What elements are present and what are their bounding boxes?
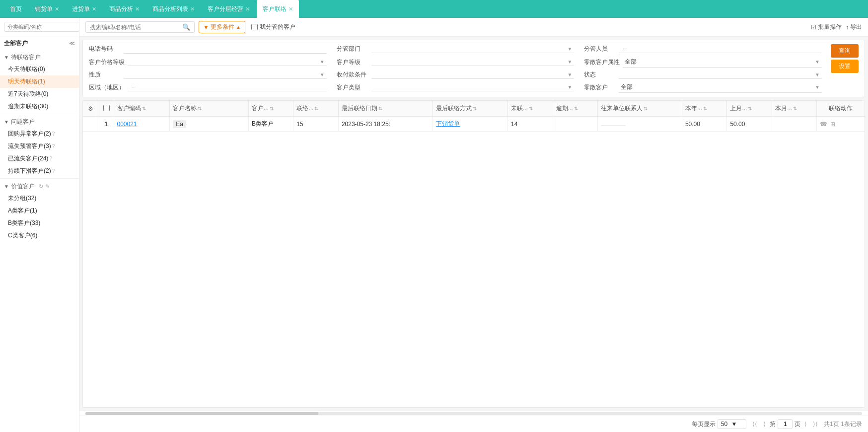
filter-price-level-select[interactable]: ▼: [128, 58, 327, 66]
th-contact-person[interactable]: 往来单位联系人⇅: [598, 101, 682, 117]
nav-product-list[interactable]: 商品分析列表 ✕: [146, 0, 201, 18]
sidebar-today-contact[interactable]: 今天待联络(0): [0, 63, 79, 75]
th-name[interactable]: 客户名称⇅: [170, 101, 249, 117]
sidebar-7day-contact[interactable]: 近7天待联络(0): [0, 88, 79, 100]
page-size-select[interactable]: 50 ▼: [718, 419, 747, 429]
my-customer-checkbox-area[interactable]: 我分管的客户: [251, 23, 295, 31]
page-first-btn[interactable]: ⟨⟨: [750, 420, 759, 429]
nav-close-sales[interactable]: ✕: [55, 6, 59, 12]
customer-table: ⚙ 客户编码⇅ 客户名称⇅ 客户...⇅: [83, 101, 865, 132]
filter-scatter-attr-select[interactable]: 全部 ▼: [623, 57, 822, 68]
nav-customer-tier[interactable]: 客户分层经营 ✕: [202, 0, 256, 18]
sidebar-abnormal-repurchase[interactable]: 回购异常客户(2) ?: [0, 128, 79, 140]
main-search-icon[interactable]: 🔍: [182, 23, 190, 31]
row-contact-icon[interactable]: ☎: [820, 121, 827, 128]
filter-payment-select[interactable]: ▼: [371, 71, 575, 79]
nav-close-product-analysis[interactable]: ✕: [135, 6, 140, 12]
page-input[interactable]: [778, 419, 793, 429]
th-code[interactable]: 客户编码⇅: [114, 101, 170, 117]
th-last-month[interactable]: 上月...⇅: [727, 101, 772, 117]
th-this-month[interactable]: 本月...⇅: [772, 101, 816, 117]
nav-close-product-list[interactable]: ✕: [190, 6, 195, 12]
td-gear: [83, 117, 99, 132]
th-contact-count[interactable]: 联络...⇅: [293, 101, 338, 117]
help-icon-2[interactable]: ?: [49, 156, 52, 161]
filter-customer-level-select[interactable]: ▼: [371, 58, 575, 66]
td-row-actions: ☎ ⊞: [817, 117, 865, 132]
main-search-input[interactable]: [90, 24, 182, 31]
nav-home[interactable]: 首页: [4, 0, 28, 18]
edit-icon[interactable]: ✎: [45, 183, 50, 190]
scroll-thumb[interactable]: [85, 412, 318, 415]
th-overdue[interactable]: 逾期...⇅: [553, 101, 597, 117]
filter-manager-select[interactable]: ···: [619, 45, 822, 53]
nav-customer-contact[interactable]: 客户联络 ✕: [257, 0, 299, 18]
td-last-contact-date: 2023-05-23 18:25:: [338, 117, 433, 132]
batch-btn[interactable]: ☑ 批量操作: [811, 23, 842, 31]
pending-contact-group[interactable]: ▼ 待联络客户: [0, 51, 79, 63]
help-icon-3[interactable]: ?: [52, 168, 55, 174]
filter-region-select[interactable]: ···: [128, 83, 327, 91]
nav-purchase[interactable]: 进货单 ✕: [66, 0, 102, 18]
th-last-contact-method[interactable]: 最后联络方式⇅: [433, 101, 508, 117]
nature-arrow-icon: ▼: [320, 72, 325, 77]
sidebar-ungrouped[interactable]: 未分组(32): [0, 192, 79, 205]
sidebar-declining-customers[interactable]: 持续下滑客户(2) ?: [0, 165, 79, 177]
filter-phone-input[interactable]: [124, 44, 327, 54]
export-icon: ↑: [846, 24, 849, 31]
nav-close-purchase[interactable]: ✕: [92, 6, 96, 12]
page-next-btn[interactable]: ⟩: [802, 420, 809, 429]
nav-close-customer-contact[interactable]: ✕: [289, 6, 293, 12]
filter-manager-label: 分管人员: [584, 45, 619, 53]
filter-status-select[interactable]: ▼: [619, 71, 822, 79]
more-filters-btn[interactable]: ▼ 更多条件 ▲: [199, 21, 245, 33]
sidebar-tomorrow-contact[interactable]: 明天待联络(1): [0, 75, 79, 88]
filter-customer-type: 客户类型 ▼: [337, 83, 575, 92]
nav-product-analysis[interactable]: 商品分析 ✕: [103, 0, 145, 18]
th-type[interactable]: 客户...⇅: [248, 101, 293, 117]
sidebar-churn-warning[interactable]: 流失预警客户(3) ?: [0, 140, 79, 152]
export-btn[interactable]: ↑ 导出: [846, 23, 862, 31]
my-customer-label: 我分管的客户: [260, 23, 295, 31]
select-all-checkbox[interactable]: [103, 105, 110, 111]
filter-actions: 查询 设置: [831, 44, 859, 73]
sidebar-a-class[interactable]: A类客户(1): [0, 205, 79, 217]
filter-panel: 电话号码 分管部门 ▼ 分管人员: [82, 40, 865, 97]
sidebar-c-class[interactable]: C类客户(6): [0, 229, 79, 242]
nav-close-customer-tier[interactable]: ✕: [245, 6, 250, 12]
query-button[interactable]: 查询: [831, 44, 859, 58]
filter-scatter-select[interactable]: 全部 ▼: [619, 82, 822, 93]
td-type: B类客户: [248, 117, 293, 132]
table-row: 1 000021 Ea B类客户 15: [83, 117, 865, 132]
filter-customer-type-select[interactable]: ▼: [371, 83, 575, 91]
th-this-year[interactable]: 本年...⇅: [682, 101, 726, 117]
sort-icon-contact-person: ⇅: [644, 106, 648, 111]
sidebar-overdue-contact[interactable]: 逾期未联络(30): [0, 100, 79, 113]
all-customers-header[interactable]: 全部客户 ≪: [0, 36, 79, 51]
td-overdue: [553, 117, 597, 132]
toolbar-right: ☑ 批量操作 ↑ 导出: [811, 23, 862, 31]
filter-nature-select[interactable]: ▼: [124, 71, 327, 79]
help-icon-0[interactable]: ?: [52, 131, 55, 137]
row-more-icon[interactable]: ⊞: [830, 121, 835, 128]
page-prev-btn[interactable]: ⟨: [761, 420, 768, 429]
filter-dept: 分管部门 ▼: [337, 45, 575, 53]
gear-icon[interactable]: ⚙: [88, 105, 93, 112]
problem-customers-group[interactable]: ▼ 问题客户: [0, 115, 79, 128]
filter-dept-select[interactable]: ▼: [371, 45, 575, 53]
sidebar-search-input[interactable]: [4, 22, 79, 32]
my-customer-checkbox[interactable]: [251, 24, 258, 30]
help-icon-1[interactable]: ?: [52, 144, 55, 149]
th-last-contact-date[interactable]: 最后联络日期⇅: [338, 101, 433, 117]
reset-button[interactable]: 设置: [831, 60, 859, 73]
sidebar-lost-customers[interactable]: 已流失客户(24) ?: [0, 152, 79, 165]
refresh-icon[interactable]: ↻: [39, 183, 43, 190]
th-actions: 联络动作: [817, 101, 865, 117]
nav-sales[interactable]: 销货单 ✕: [29, 0, 65, 18]
th-no-contact[interactable]: 未联...⇅: [508, 101, 553, 117]
page-last-btn[interactable]: ⟩⟩: [811, 420, 820, 429]
value-customers-group[interactable]: ▼ 价值客户 ↻ ✎: [0, 180, 79, 192]
filter-row-4: 区域（地区） ··· 客户类型 ▼: [89, 82, 822, 93]
sidebar-b-class[interactable]: B类客户(33): [0, 217, 79, 229]
td-num: 1: [99, 117, 114, 132]
